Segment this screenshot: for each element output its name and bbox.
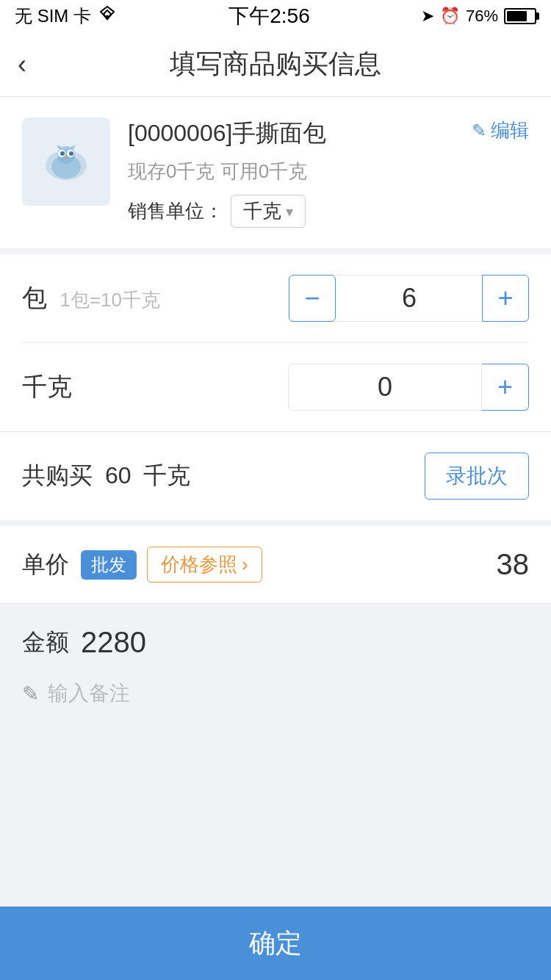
unit-dropdown-icon: ▾ xyxy=(286,203,293,220)
edit-button[interactable]: ✎ 编辑 xyxy=(472,118,529,143)
battery-icon xyxy=(504,8,536,24)
quantity-section: 包 1包=10千克 − + 千克 + xyxy=(0,254,551,432)
price-label: 单价 xyxy=(22,549,69,581)
wifi-icon xyxy=(97,6,118,26)
status-carrier: 无 SIM 卡 xyxy=(15,4,118,28)
product-name: [0000006]手撕面包 xyxy=(128,118,529,150)
page-title: 填写商品购买信息 xyxy=(170,46,381,82)
qty-controls-bao: − + xyxy=(289,275,529,322)
alarm-icon: ⏰ xyxy=(440,7,460,26)
note-icon: ✎ xyxy=(22,682,39,706)
product-thumbnail xyxy=(22,118,110,206)
price-ref-arrow: › xyxy=(242,553,248,576)
batch-button[interactable]: 录批次 xyxy=(425,453,529,500)
amount-section: 金额 2280 ✎ 输入备注 xyxy=(0,604,551,713)
carrier-text: 无 SIM 卡 xyxy=(15,4,91,28)
unit-value: 千克 xyxy=(243,198,281,224)
amount-row: 金额 2280 xyxy=(22,626,529,659)
unit-label: 销售单位： xyxy=(128,198,223,224)
product-unit-row: 销售单位： 千克 ▾ xyxy=(128,195,529,228)
summary-amount: 60 xyxy=(105,462,132,489)
price-ref-button[interactable]: 价格参照 › xyxy=(147,547,262,583)
price-type-tag: 批发 xyxy=(81,550,137,580)
price-value: 38 xyxy=(497,548,530,581)
svg-point-6 xyxy=(69,151,73,156)
qty-plus-bao[interactable]: + xyxy=(482,275,529,322)
price-section: 单价 批发 价格参照 › 38 xyxy=(0,526,551,604)
edit-icon: ✎ xyxy=(472,120,486,141)
qty-input-bao[interactable] xyxy=(336,275,483,322)
qty-plus-kg[interactable]: + xyxy=(482,364,529,411)
qty-label-bao: 包 1包=10千克 xyxy=(22,281,289,315)
battery-percent: 76% xyxy=(466,7,498,26)
qty-input-kg[interactable] xyxy=(288,364,482,411)
svg-point-5 xyxy=(60,151,65,156)
qty-controls-kg: + xyxy=(288,364,529,411)
product-card: [0000006]手撕面包 现存0千克 可用0千克 销售单位： 千克 ▾ ✎ 编… xyxy=(0,97,551,254)
qty-label-kg: 千克 xyxy=(22,370,288,404)
status-right: ➤ ⏰ 76% xyxy=(421,7,536,26)
product-info: [0000006]手撕面包 现存0千克 可用0千克 销售单位： 千克 ▾ xyxy=(128,118,529,228)
qty-row-bao: 包 1包=10千克 − + xyxy=(22,254,529,343)
note-placeholder: 输入备注 xyxy=(48,680,130,707)
confirm-button[interactable]: 确定 xyxy=(0,907,551,980)
back-button[interactable]: ‹ xyxy=(18,49,26,80)
note-row[interactable]: ✎ 输入备注 xyxy=(22,674,529,713)
qty-row-kg: 千克 + xyxy=(22,343,529,431)
status-time: 下午2:56 xyxy=(228,2,310,30)
unit-select[interactable]: 千克 ▾ xyxy=(231,195,306,228)
amount-label: 金额 xyxy=(22,627,69,659)
status-bar: 无 SIM 卡 下午2:56 ➤ ⏰ 76% xyxy=(0,0,551,32)
qty-sublabel-bao: 1包=10千克 xyxy=(60,289,160,311)
product-logo xyxy=(40,142,92,181)
location-icon: ➤ xyxy=(421,7,434,26)
amount-value: 2280 xyxy=(81,626,146,659)
summary-text: 共购买 60 千克 xyxy=(22,460,190,492)
summary-section: 共购买 60 千克 录批次 xyxy=(0,432,551,526)
nav-bar: ‹ 填写商品购买信息 xyxy=(0,32,551,97)
product-stock: 现存0千克 可用0千克 xyxy=(128,159,529,184)
qty-minus-bao[interactable]: − xyxy=(289,275,336,322)
